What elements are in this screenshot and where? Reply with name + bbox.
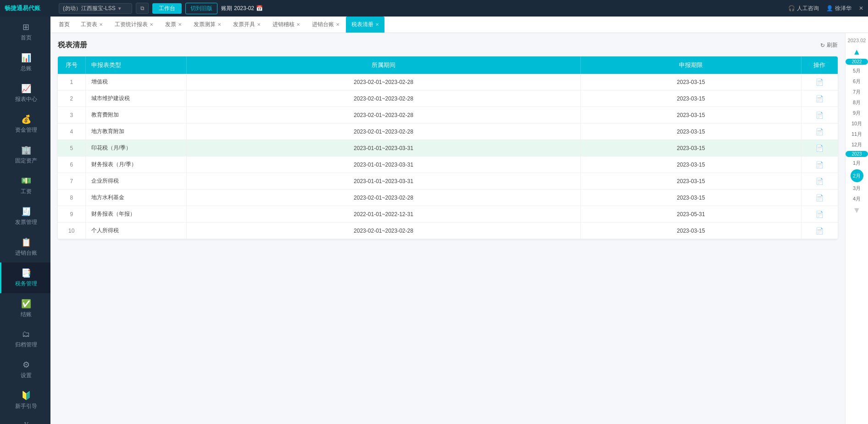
tab-tax-register[interactable]: 税表清册 ✕ <box>346 17 384 33</box>
reports-icon: 📈 <box>21 84 31 94</box>
tab-payroll[interactable]: 工资表 ✕ <box>75 17 108 33</box>
tab-close-icon[interactable]: ✕ <box>257 22 261 27</box>
table-header-row: 序号 申报表类型 所属期间 申报期限 操作 <box>58 56 838 74</box>
file-action-icon[interactable]: 📄 <box>816 194 823 201</box>
tab-purchase-ledger[interactable]: 进销台账 ✕ <box>306 17 345 33</box>
cell-deadline: 2023-03-15 <box>581 90 801 107</box>
month-3[interactable]: 3月 <box>846 183 868 194</box>
tab-home[interactable]: 首页 <box>54 17 74 33</box>
workspace-button[interactable]: 工作台 <box>152 3 182 14</box>
member-icon: V <box>24 421 28 424</box>
tab-invoice-open[interactable]: 发票开具 ✕ <box>228 17 266 33</box>
month-1[interactable]: 1月 <box>846 158 868 168</box>
table-row: 2城市维护建设税2023-02-01~2023-02-282023-03-15📄 <box>58 90 838 107</box>
file-action-icon[interactable]: 📄 <box>816 227 823 234</box>
sidebar-item-assets[interactable]: 🏢 固定资产 <box>0 139 50 170</box>
sidebar-item-label: 归档管理 <box>15 341 37 349</box>
tab-close-icon[interactable]: ✕ <box>217 22 221 27</box>
file-action-icon[interactable]: 📄 <box>816 95 823 102</box>
page-title: 税表清册 <box>58 40 87 50</box>
cell-action[interactable]: 📄 <box>801 173 838 190</box>
user-menu[interactable]: 👤 徐泽华 <box>826 5 851 12</box>
month-10[interactable]: 10月 <box>846 118 868 129</box>
tab-close-icon[interactable]: ✕ <box>150 22 153 27</box>
tab-label: 发票测算 <box>194 21 216 28</box>
guide-icon: 🔰 <box>21 391 31 401</box>
switch-version-button[interactable]: 切到旧版 <box>185 3 217 14</box>
sidebar-item-label: 资金管理 <box>15 126 37 134</box>
sidebar-item-home[interactable]: ⊞ 首页 <box>0 17 50 47</box>
file-action-icon[interactable]: 📄 <box>816 112 823 119</box>
scroll-up-button[interactable]: ▲ <box>851 46 863 58</box>
tab-close-icon[interactable]: ✕ <box>375 22 379 27</box>
cell-action[interactable]: 📄 <box>801 140 838 156</box>
sidebar-item-ledger[interactable]: 📊 总账 <box>0 47 50 78</box>
cell-action[interactable]: 📄 <box>801 223 838 239</box>
table-row: 3教育费附加2023-02-01~2023-02-282023-03-15📄 <box>58 107 838 123</box>
month-9[interactable]: 9月 <box>846 108 868 118</box>
funds-icon: 💰 <box>21 114 31 124</box>
sidebar-item-settings[interactable]: ⚙ 设置 <box>0 354 50 385</box>
month-8[interactable]: 8月 <box>846 97 868 108</box>
tab-bar: 首页 工资表 ✕ 工资统计报表 ✕ 发票 ✕ 发票测算 ✕ 发票开具 ✕ <box>50 17 868 33</box>
close-icon[interactable]: ✕ <box>859 5 863 11</box>
period-value: 2023-02 <box>234 5 254 11</box>
sidebar-item-purchase[interactable]: 📋 进销台账 <box>0 232 50 262</box>
month-7[interactable]: 7月 <box>846 87 868 97</box>
cell-action[interactable]: 📄 <box>801 206 838 223</box>
tab-invoice-calc[interactable]: 发票测算 ✕ <box>188 17 227 33</box>
tab-close-icon[interactable]: ✕ <box>336 22 339 27</box>
sidebar-item-settlement[interactable]: ✅ 结账 <box>0 293 50 324</box>
month-4[interactable]: 4月 <box>846 194 868 204</box>
file-action-icon[interactable]: 📄 <box>816 161 823 168</box>
ai-consult-label: 人工咨询 <box>797 5 819 12</box>
tab-close-icon[interactable]: ✕ <box>99 22 103 27</box>
month-12[interactable]: 12月 <box>846 139 868 150</box>
sidebar-item-guide[interactable]: 🔰 新手引导 <box>0 385 50 416</box>
file-action-icon[interactable]: 📄 <box>816 78 823 86</box>
ai-consult-button[interactable]: 🎧 人工咨询 <box>788 5 819 12</box>
tab-invoice[interactable]: 发票 ✕ <box>160 17 187 33</box>
sidebar: ⊞ 首页 📊 总账 📈 报表中心 💰 资金管理 🏢 固定资产 💵 工资 🧾 发票… <box>0 17 50 424</box>
sidebar-item-label: 设置 <box>21 372 32 379</box>
sidebar-item-reports[interactable]: 📈 报表中心 <box>0 78 50 109</box>
month-2-active[interactable]: 2月 <box>851 169 863 182</box>
cell-index: 2 <box>58 90 85 107</box>
refresh-button[interactable]: ↻ 刷新 <box>820 41 838 49</box>
sidebar-item-member[interactable]: V 畅会员 <box>0 416 50 424</box>
tab-purchase-check[interactable]: 进销稽核 ✕ <box>267 17 306 33</box>
year-2022-label[interactable]: 2022 <box>846 59 868 65</box>
company-selector[interactable]: (勿动）江西服宝-LSS ▼ <box>59 3 132 14</box>
file-action-icon[interactable]: 📄 <box>816 211 823 218</box>
cell-action[interactable]: 📄 <box>801 107 838 123</box>
cell-index: 10 <box>58 223 85 239</box>
cell-action[interactable]: 📄 <box>801 90 838 107</box>
cell-action[interactable]: 📄 <box>801 190 838 206</box>
sidebar-item-tax[interactable]: 📑 税务管理 <box>0 262 50 293</box>
right-panel-header: 2023.02 <box>846 35 868 46</box>
tab-close-icon[interactable]: ✕ <box>296 22 300 27</box>
tab-payroll-stats[interactable]: 工资统计报表 ✕ <box>109 17 159 33</box>
year-2023-label[interactable]: 2023 <box>846 151 868 157</box>
sidebar-item-salary[interactable]: 💵 工资 <box>0 170 50 201</box>
file-action-icon[interactable]: 📄 <box>816 128 823 135</box>
copy-icon[interactable]: ⧉ <box>136 3 149 14</box>
table-row: 9财务报表（年报）2022-01-01~2022-12-312023-05-31… <box>58 206 838 223</box>
month-11[interactable]: 11月 <box>846 129 868 139</box>
sidebar-item-funds[interactable]: 💰 资金管理 <box>0 109 50 139</box>
month-5[interactable]: 5月 <box>846 66 868 76</box>
calendar-icon[interactable]: 📅 <box>256 5 263 11</box>
cell-action[interactable]: 📄 <box>801 74 838 90</box>
month-6[interactable]: 6月 <box>846 76 868 87</box>
file-action-icon[interactable]: 📄 <box>816 178 823 185</box>
file-action-icon[interactable]: 📄 <box>816 145 823 152</box>
tab-label: 工资统计报表 <box>115 21 148 28</box>
tab-close-icon[interactable]: ✕ <box>178 22 182 27</box>
cell-deadline: 2023-05-31 <box>581 206 801 223</box>
cell-type: 地方教育附加 <box>85 123 186 140</box>
cell-action[interactable]: 📄 <box>801 156 838 173</box>
sidebar-item-archive[interactable]: 🗂 归档管理 <box>0 324 50 354</box>
scroll-down-button[interactable]: ▼ <box>851 204 863 216</box>
cell-action[interactable]: 📄 <box>801 123 838 140</box>
sidebar-item-invoice[interactable]: 🧾 发票管理 <box>0 201 50 232</box>
